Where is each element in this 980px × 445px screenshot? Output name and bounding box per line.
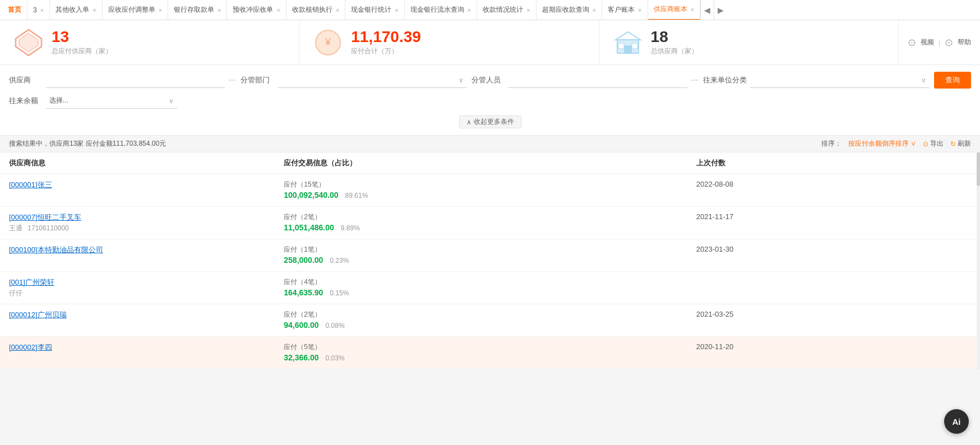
nav-prev-arrow[interactable]: ◀ <box>700 0 714 20</box>
last-pay-date-0: 2022-08-08 <box>696 180 734 188</box>
supplier-link-0[interactable]: [000001]张三 <box>9 180 284 190</box>
nav-tab-cash-bank-stat[interactable]: 现金银行统计 × <box>345 0 404 20</box>
col-header-payable: 应付交易信息（占比） <box>284 158 696 168</box>
sort-value[interactable]: 按应付余额倒序排序 ∨ <box>848 139 916 149</box>
nav-tab-receipt-stat[interactable]: 收款情况统计 × <box>477 0 536 20</box>
nav-tab-ar-ap-adjust-label: 应收应付调整单 <box>108 5 155 15</box>
supplier-filter-dots[interactable]: ··· <box>228 75 235 85</box>
sort-value-text: 按应付余额倒序排序 <box>848 140 909 147</box>
payable-percent-0: 89.61% <box>345 192 368 200</box>
nav-tab-customer-ledger-close[interactable]: × <box>638 7 641 13</box>
table-row[interactable]: [000007]恒旺二手叉车 王通 17106110000 应付（2笔） 11,… <box>0 207 980 239</box>
stat-value-payable-suppliers: 13 <box>52 29 112 46</box>
nav-tab-receipt-verify-close[interactable]: × <box>336 7 339 13</box>
supplier-code-4: [000012] <box>9 310 38 319</box>
supplier-filter-input[interactable] <box>46 72 225 88</box>
nav-tab-prepay-ar[interactable]: 预收冲应收单 × <box>227 0 286 20</box>
stat-label-payable-total: 应付合计（万） <box>351 47 421 56</box>
balance-filter-select[interactable]: 选择... ∨ <box>46 93 177 109</box>
nav-tab-other-income-close[interactable]: × <box>93 7 96 13</box>
last-pay-date-4: 2021-03-25 <box>696 310 734 318</box>
nav-tab-cash-bank-flow-close[interactable]: × <box>468 7 471 13</box>
stat-value-total-suppliers: 18 <box>651 29 698 46</box>
payable-percent-4: 0.08% <box>326 322 345 330</box>
col-header-lastpay: 上次付数 <box>696 158 971 168</box>
svg-rect-8 <box>632 43 637 49</box>
nav-tab-other-income[interactable]: 其他收入单 × <box>50 0 102 20</box>
supplier-name-4: 广州贝瑞 <box>38 310 67 319</box>
nav-tab-overdue-ar-close[interactable]: × <box>593 7 596 13</box>
nav-tab-receipt-stat-label: 收款情况统计 <box>483 5 523 15</box>
person-filter-dots[interactable]: ··· <box>691 75 698 85</box>
supplier-code-3: [001] <box>9 278 25 286</box>
table-row[interactable]: [000012]广州贝瑞 应付（2笔） 94,600.00 0.08% 2021… <box>0 304 980 337</box>
filter-category: 往来单位分类 ∨ <box>703 72 930 88</box>
nav-tab-receipt-stat-close[interactable]: × <box>526 7 530 13</box>
nav-tab-cash-bank-flow[interactable]: 现金银行流水查询 × <box>405 0 477 20</box>
query-button[interactable]: 查询 <box>934 72 971 89</box>
table-row[interactable]: [000100]本特勤油品有限公司 应付（1笔） 258,000.00 0.23… <box>0 239 980 272</box>
payable-label-4: 应付（2笔） <box>284 310 696 319</box>
person-filter-input[interactable] <box>509 72 687 88</box>
payable-amount-0: 100,092,540.00 <box>284 191 338 200</box>
sort-label: 排序： <box>821 139 842 149</box>
supplier-info-col: [000007]恒旺二手叉车 王通 17106110000 <box>9 212 284 233</box>
supplier-link-2[interactable]: [000100]本特勤油品有限公司 <box>9 245 284 255</box>
payable-percent-2: 0.23% <box>330 257 349 265</box>
payable-amount-3: 164,635.90 <box>284 288 323 297</box>
result-bar-right: 排序： 按应付余额倒序排序 ∨ ⊙ 导出 ↻ 刷新 <box>821 139 971 149</box>
supplier-link-3[interactable]: [001]广州荣轩 <box>9 277 284 288</box>
collapse-button[interactable]: ∧ 收起更多条件 <box>459 115 521 128</box>
dept-filter-label: 分管部门 <box>241 75 274 85</box>
payable-label-0: 应付（15笔） <box>284 180 696 189</box>
nav-next-arrow[interactable]: ▶ <box>714 0 727 20</box>
supplier-name-2: 本特勤油品有限公司 <box>38 245 103 254</box>
payable-amount-1: 11,051,486.00 <box>284 223 334 232</box>
table-row[interactable]: [000002]李四 应付（5笔） 32,366.00 0.03% 2020-1… <box>0 337 980 369</box>
export-button[interactable]: ⊙ 导出 <box>923 139 944 149</box>
video-link[interactable]: 视频 <box>921 38 934 47</box>
payable-info-col-0: 应付（15笔） 100,092,540.00 89.61% <box>284 180 696 201</box>
svg-rect-7 <box>618 43 624 49</box>
nav-tab-bank-deposit-close[interactable]: × <box>218 7 221 13</box>
nav-tab-ar-ap-adjust-close[interactable]: × <box>159 7 162 13</box>
supplier-code-5: [000002] <box>9 343 38 351</box>
nav-tab-prepay-ar-close[interactable]: × <box>276 7 280 13</box>
payable-info-col-5: 应付（5笔） 32,366.00 0.03% <box>284 342 696 363</box>
supplier-link-5[interactable]: [000002]李四 <box>9 342 284 353</box>
nav-tab-customer-ledger-label: 客户账本 <box>608 5 635 15</box>
scrollbar-track[interactable] <box>977 152 980 369</box>
col-header-supplier: 供应商信息 <box>9 158 284 168</box>
scrollbar-thumb[interactable] <box>977 152 980 186</box>
nav-tab-ar-ap-adjust[interactable]: 应收应付调整单 × <box>103 0 168 20</box>
nav-tab-cash-bank-stat-close[interactable]: × <box>395 7 398 13</box>
lastpay-col-0: 2022-08-08 <box>696 180 971 188</box>
refresh-label: 刷新 <box>958 139 971 149</box>
filter-balance: 往来余额 选择... ∨ <box>9 93 177 109</box>
link-separator: | <box>939 39 940 47</box>
nav-tab-supplier-ledger[interactable]: 供应商账本 × <box>648 0 700 20</box>
nav-tab-3[interactable]: 3 × <box>27 0 50 20</box>
table-row[interactable]: [001]广州荣轩 仔仔 应付（4笔） 164,635.90 0.15% <box>0 272 980 304</box>
nav-tab-3-label: 3 <box>33 6 37 14</box>
category-filter-label: 往来单位分类 <box>703 75 747 85</box>
help-link[interactable]: 帮助 <box>958 38 971 47</box>
nav-tab-overdue-ar[interactable]: 超期应收款查询 × <box>537 0 602 20</box>
nav-tab-supplier-ledger-close[interactable]: × <box>691 6 694 13</box>
refresh-button[interactable]: ↻ 刷新 <box>950 139 971 149</box>
nav-tab-cash-bank-stat-label: 现金银行统计 <box>351 5 391 15</box>
refresh-icon: ↻ <box>950 140 956 148</box>
nav-tab-customer-ledger[interactable]: 客户账本 × <box>602 0 648 20</box>
nav-tab-home[interactable]: 首页 <box>2 0 27 20</box>
nav-tab-bank-deposit[interactable]: 银行存取款单 × <box>168 0 227 20</box>
stats-bar: 13 总应付供应商（家） ¥ 11,170.39 应付合计（万） <box>0 20 980 65</box>
top-right-links: ⊙ 视频 | ⊙ 帮助 <box>899 36 980 49</box>
supplier-link-4[interactable]: [000012]广州贝瑞 <box>9 310 284 320</box>
lastpay-col-2: 2023-01-30 <box>696 245 971 253</box>
dept-filter-select[interactable]: ∨ <box>278 72 468 88</box>
category-filter-select[interactable]: ∨ <box>750 72 930 88</box>
table-row[interactable]: [000001]张三 应付（15笔） 100,092,540.00 89.61%… <box>0 174 980 207</box>
nav-tab-3-close[interactable]: × <box>40 7 44 13</box>
supplier-link-1[interactable]: [000007]恒旺二手叉车 <box>9 212 284 222</box>
nav-tab-receipt-verify[interactable]: 收款核销执行 × <box>286 0 345 20</box>
